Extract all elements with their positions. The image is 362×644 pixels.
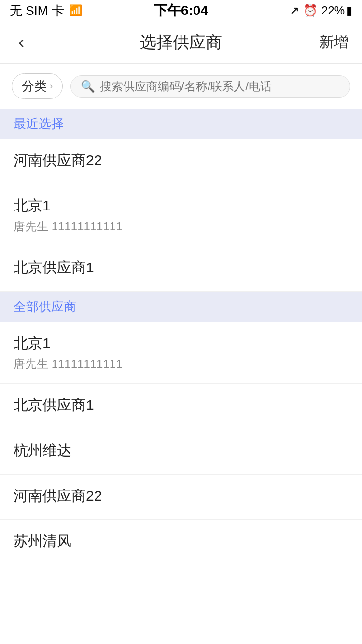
recent-section-label: 最近选择: [14, 116, 64, 131]
search-icon: 🔍: [81, 80, 95, 93]
item-name: 北京供应商1: [14, 395, 348, 415]
search-input[interactable]: [100, 80, 340, 93]
recent-list-item[interactable]: 北京1唐先生 11111111111: [0, 184, 362, 246]
all-list-item[interactable]: 苏州清风: [0, 520, 362, 565]
all-list-item[interactable]: 杭州维达: [0, 429, 362, 475]
search-box[interactable]: 🔍: [70, 75, 350, 98]
status-bar: 无 SIM 卡 📶 下午6:04 ↗ ⏰ 22% ▮: [0, 0, 362, 21]
item-name: 河南供应商22: [14, 151, 348, 170]
add-button[interactable]: 新增: [320, 32, 348, 52]
category-filter[interactable]: 分类 ›: [12, 73, 63, 99]
recent-items-list: 河南供应商22北京1唐先生 11111111111北京供应商1: [0, 139, 362, 292]
sim-text: 无 SIM 卡: [10, 2, 64, 19]
back-button[interactable]: ‹: [14, 28, 29, 57]
all-section-header: 全部供应商: [0, 292, 362, 322]
item-sub: 唐先生 11111111111: [14, 356, 348, 372]
item-name: 北京1: [14, 334, 348, 353]
all-list-item[interactable]: 河南供应商22: [0, 475, 362, 520]
chevron-right-icon: ›: [50, 81, 53, 91]
status-right: ↗ ⏰ 22% ▮: [290, 4, 352, 17]
location-icon: ↗: [290, 4, 299, 17]
battery-percent: 22%: [321, 4, 345, 17]
all-list-item[interactable]: 北京供应商1: [0, 384, 362, 429]
filter-bar: 分类 › 🔍: [0, 64, 362, 109]
alarm-icon: ⏰: [303, 4, 318, 17]
item-name: 北京供应商1: [14, 258, 348, 278]
all-list-item[interactable]: 北京1唐先生 11111111111: [0, 322, 362, 384]
recent-list-item[interactable]: 河南供应商22: [0, 139, 362, 184]
nav-bar: ‹ 选择供应商 新增: [0, 21, 362, 64]
category-label: 分类: [22, 78, 47, 95]
item-name: 杭州维达: [14, 441, 348, 461]
page-title: 选择供应商: [140, 31, 222, 54]
item-name: 河南供应商22: [14, 486, 348, 506]
all-section-label: 全部供应商: [14, 299, 76, 314]
wifi-icon: 📶: [69, 4, 82, 17]
battery-display: 22% ▮: [321, 4, 352, 17]
status-left: 无 SIM 卡 📶: [10, 2, 82, 19]
recent-list-item[interactable]: 北京供应商1: [0, 246, 362, 292]
item-name: 北京1: [14, 196, 348, 216]
all-items-list: 北京1唐先生 11111111111北京供应商1杭州维达河南供应商22苏州清风: [0, 322, 362, 565]
status-time: 下午6:04: [154, 1, 208, 20]
item-sub: 唐先生 11111111111: [14, 219, 348, 234]
battery-icon: ▮: [346, 4, 352, 17]
recent-section-header: 最近选择: [0, 109, 362, 139]
item-name: 苏州清风: [14, 532, 348, 551]
